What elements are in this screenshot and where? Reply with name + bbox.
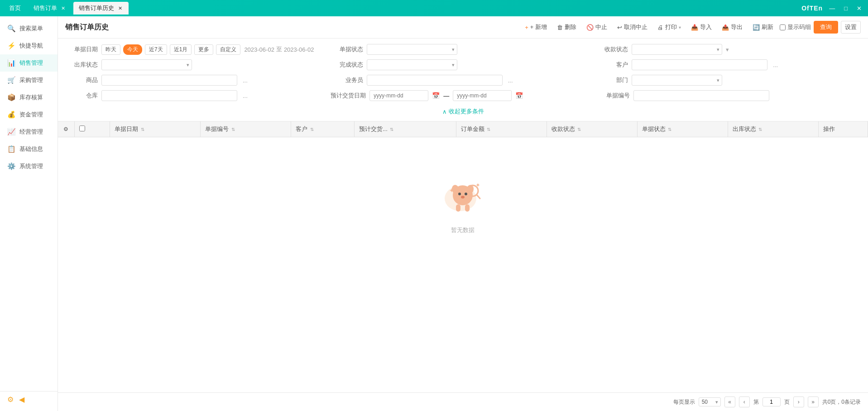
calendar-icon-to[interactable]: 📅	[515, 92, 523, 99]
sidebar-item-base-info[interactable]: 📋 基础信息	[0, 140, 58, 158]
expected-date-from[interactable]	[369, 90, 428, 101]
sidebar-expand-icon[interactable]: ◀	[19, 395, 24, 404]
first-page-btn[interactable]: «	[724, 396, 735, 407]
add-button[interactable]: + + 新增	[521, 21, 551, 33]
import-icon: 📥	[691, 24, 698, 31]
col-date[interactable]: 单据日期 ⇅	[110, 121, 201, 137]
date-btn-1month[interactable]: 近1月	[170, 44, 192, 55]
salesperson-dots[interactable]: ...	[506, 77, 515, 84]
print-button[interactable]: 🖨 打印 ▾	[654, 21, 685, 33]
close-btn[interactable]: ✕	[854, 4, 864, 13]
receipt-status-select-wrapper	[632, 44, 722, 55]
date-input-range: 2023-06-02 至 2023-06-02	[244, 45, 314, 53]
department-select-wrapper	[632, 75, 722, 86]
customer-input[interactable]	[632, 59, 767, 70]
last-page-btn[interactable]: »	[808, 396, 819, 407]
main-layout: 🔍 搜索菜单 ⚡ 快捷导航 📊 销售管理 🛒 采购管理 📦 库存核算 💰 资金管…	[0, 16, 868, 411]
page-input[interactable]	[762, 397, 781, 406]
date-btn-today[interactable]: 今天	[123, 44, 142, 55]
delete-button[interactable]: 🗑 删除	[553, 21, 580, 33]
sidebar-item-system-mgmt[interactable]: ⚙️ 系统管理	[0, 158, 58, 175]
maximize-btn[interactable]: □	[841, 4, 850, 13]
receipt-status-control: ▾	[632, 44, 861, 55]
filter-row-4: 仓库 ... 预计交货日期 📅 — 📅 单据编号	[65, 90, 861, 101]
tab-home[interactable]: 首页	[4, 2, 26, 15]
warehouse-status-select[interactable]	[101, 59, 192, 70]
sidebar-settings-icon[interactable]: ⚙	[7, 395, 14, 404]
svg-line-8	[477, 195, 480, 198]
inventory-icon: 📦	[7, 93, 16, 102]
prev-page-btn[interactable]: ‹	[739, 396, 750, 407]
minimize-btn[interactable]: —	[826, 4, 838, 13]
warehouse-input[interactable]	[101, 90, 237, 101]
next-page-btn[interactable]: ›	[793, 396, 804, 407]
export-icon: 📤	[722, 24, 729, 31]
expected-date-to[interactable]	[453, 90, 512, 101]
tab-sales-order-history-close[interactable]: ✕	[117, 5, 123, 11]
complete-status-select[interactable]	[367, 59, 457, 70]
collapse-row[interactable]: ∧ 收起更多条件	[65, 106, 861, 116]
select-all-checkbox[interactable]	[79, 126, 85, 131]
warehouse-dots[interactable]: ...	[241, 92, 249, 99]
query-button[interactable]: 查询	[814, 21, 838, 34]
show-cols-toggle[interactable]: 显示码细	[780, 23, 811, 31]
system-mgmt-icon: ⚙️	[7, 162, 16, 170]
page-unit: 页	[784, 398, 790, 406]
refresh-button[interactable]: 🔄 刷新	[749, 21, 777, 33]
svg-rect-9	[456, 204, 460, 212]
sidebar-item-purchase-mgmt[interactable]: 🛒 采购管理	[0, 72, 58, 89]
date-btn-yesterday[interactable]: 昨天	[101, 44, 120, 55]
complete-status-control	[367, 59, 596, 70]
page-title: 销售订单历史	[65, 23, 518, 32]
sidebar-item-search-menu[interactable]: 🔍 搜索菜单	[0, 20, 58, 37]
empty-illustration: ✦ ✦	[436, 174, 490, 219]
receipt-status-select[interactable]	[632, 44, 722, 55]
col-operation-label: 操作	[823, 126, 835, 132]
order-num-input[interactable]	[633, 90, 769, 101]
sidebar-item-quick-nav[interactable]: ⚡ 快捷导航	[0, 37, 58, 54]
content-area: 销售订单历史 + + 新增 🗑 删除 🚫 中止 ↩ 取消中止	[58, 16, 868, 411]
col-receipt-status[interactable]: 收款状态 ⇅	[547, 121, 638, 137]
sidebar-item-capital-mgmt[interactable]: 💰 资金管理	[0, 106, 58, 123]
per-page-select[interactable]: 50 20 100	[699, 397, 721, 406]
date-btn-7days[interactable]: 近7天	[145, 44, 167, 55]
cancel-stop-button[interactable]: ↩ 取消中止	[614, 21, 651, 33]
tab-sales-order-close[interactable]: ✕	[60, 5, 66, 11]
date-btn-more[interactable]: 更多	[194, 44, 213, 55]
toolbar: + + 新增 🗑 删除 🚫 中止 ↩ 取消中止 🖨 打印	[521, 21, 861, 34]
sidebar-item-sales-mgmt[interactable]: 📊 销售管理	[0, 54, 58, 72]
show-cols-checkbox[interactable]	[780, 24, 786, 30]
product-dots[interactable]: ...	[241, 77, 249, 84]
import-button[interactable]: 📥 导入	[687, 21, 715, 33]
sidebar-item-inventory[interactable]: 📦 库存核算	[0, 89, 58, 106]
date-range-dash: —	[443, 92, 449, 99]
col-amount[interactable]: 订单金额 ⇅	[456, 121, 547, 137]
per-page-label: 每页显示	[673, 398, 695, 406]
settings-col[interactable]: ⚙	[58, 121, 74, 137]
col-order-status[interactable]: 单据状态 ⇅	[638, 121, 728, 137]
stop-button[interactable]: 🚫 中止	[583, 21, 611, 33]
customer-dots[interactable]: ...	[771, 62, 780, 68]
sidebar-item-purchase-mgmt-label: 采购管理	[19, 76, 43, 84]
calendar-icon-from[interactable]: 📅	[432, 92, 440, 99]
col-expected[interactable]: 预计交货... ⇅	[354, 121, 456, 137]
col-amount-sort: ⇅	[487, 127, 490, 132]
col-receipt-status-label: 收款状态	[551, 126, 575, 132]
col-number[interactable]: 单据编号 ⇅	[201, 121, 291, 137]
product-label: 商品	[65, 76, 101, 84]
tab-sales-order-history[interactable]: 销售订单历史 ✕	[73, 2, 129, 15]
sidebar-item-capital-mgmt-label: 资金管理	[19, 111, 43, 119]
tab-sales-order[interactable]: 销售订单 ✕	[28, 2, 72, 15]
settings-button[interactable]: 设置	[841, 21, 861, 34]
department-select[interactable]	[632, 75, 722, 86]
svg-rect-10	[465, 204, 470, 212]
order-status-select[interactable]	[367, 44, 457, 55]
export-button[interactable]: 📤 导出	[718, 21, 746, 33]
salesperson-input[interactable]	[367, 75, 503, 86]
col-customer[interactable]: 客户 ⇅	[291, 121, 355, 137]
total-text: 共0页，0条记录	[822, 398, 861, 406]
date-btn-custom[interactable]: 自定义	[216, 44, 240, 55]
sidebar-item-operation-mgmt[interactable]: 📈 经营管理	[0, 123, 58, 140]
col-warehouse-status[interactable]: 出库状态 ⇅	[728, 121, 819, 137]
product-input[interactable]	[101, 75, 237, 86]
